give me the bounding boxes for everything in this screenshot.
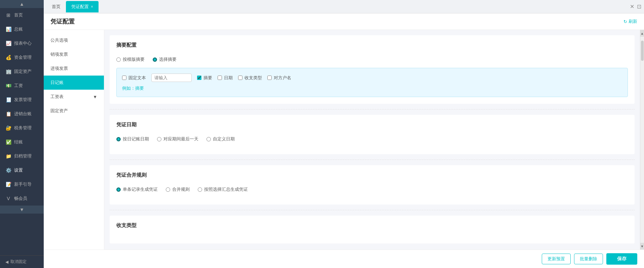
nav-item-payroll[interactable]: 工资表 ▼ bbox=[44, 90, 104, 104]
radio-select-merge-input[interactable] bbox=[198, 187, 202, 192]
salary-icon: 💵 bbox=[5, 83, 11, 88]
radio-single-record[interactable]: 单条记录生成凭证 bbox=[116, 186, 158, 192]
voucher-date-section: 凭证日期 按日记账日期 对应期间最后一天 自定义日期 bbox=[110, 115, 635, 154]
checkbox-payment-type-label[interactable]: 收支类型 bbox=[238, 75, 262, 81]
restore-window-button[interactable]: ⊡ bbox=[637, 3, 641, 10]
sidebar-item-sales[interactable]: 📋 进销台账 bbox=[0, 107, 44, 121]
close-window-button[interactable]: ✕ bbox=[630, 3, 634, 10]
sidebar-item-archive[interactable]: 📁 归档管理 bbox=[0, 149, 44, 163]
radio-journal-date[interactable]: 按日记账日期 bbox=[116, 136, 149, 142]
sidebar-item-invoice[interactable]: 🧾 发票管理 bbox=[0, 93, 44, 107]
tab-voucher-config[interactable]: 凭证配置 × bbox=[66, 1, 99, 12]
sidebar-item-home[interactable]: ⊞ 首页 bbox=[0, 8, 44, 22]
radio-single-record-input[interactable] bbox=[116, 187, 121, 192]
radio-merge-rule[interactable]: 合并规则 bbox=[166, 186, 190, 192]
nav-item-journal[interactable]: 日记账 bbox=[44, 76, 104, 90]
scroll-thumb[interactable] bbox=[641, 41, 644, 61]
checkbox-payment-type[interactable] bbox=[238, 76, 242, 80]
main-area: 首页 凭证配置 × ✕ ⊡ 凭证配置 ↻ 刷新 公共选项 bbox=[44, 0, 644, 268]
radio-select-merge[interactable]: 按照选择汇总生成凭证 bbox=[198, 186, 248, 192]
sidebar-unpin-button[interactable]: ◀ 取消固定 bbox=[0, 255, 44, 268]
batch-delete-button[interactable]: 批量删除 bbox=[574, 254, 603, 264]
radio-journal-date-input[interactable] bbox=[116, 137, 121, 141]
settle-icon: ✅ bbox=[5, 139, 11, 145]
summary-section-title: 摘要配置 bbox=[116, 42, 628, 51]
checkbox-fixed-text-label[interactable]: 固定文本 bbox=[122, 75, 146, 81]
sidebar: ▲ ⊞ 首页 📊 总账 📈 报表中心 💰 资金管理 🏢 固定资产 💵 工资 🧾 … bbox=[0, 0, 44, 268]
radio-merge-rule-input[interactable] bbox=[166, 187, 170, 192]
sidebar-item-salary[interactable]: 💵 工资 bbox=[0, 79, 44, 93]
right-content: 摘要配置 按模版摘要 选择摘要 bbox=[104, 30, 640, 250]
window-controls: ✕ ⊡ bbox=[630, 3, 641, 10]
save-button[interactable]: 保存 bbox=[606, 253, 637, 265]
scroll-track bbox=[640, 37, 644, 243]
home-icon: ⊞ bbox=[5, 12, 11, 18]
summary-radio-group: 按模版摘要 选择摘要 bbox=[116, 56, 628, 62]
tax-icon: 🔐 bbox=[5, 125, 11, 131]
checkbox-summary[interactable] bbox=[197, 76, 201, 80]
page-title: 凭证配置 bbox=[50, 17, 75, 26]
chevron-down-icon: ▼ bbox=[93, 94, 97, 99]
voucher-date-title: 凭证日期 bbox=[116, 122, 628, 131]
member-icon: V bbox=[5, 196, 11, 201]
sidebar-item-ledger[interactable]: 📊 总账 bbox=[0, 22, 44, 36]
tab-bar: 首页 凭证配置 × ✕ ⊡ bbox=[44, 0, 644, 13]
page-content: 凭证配置 ↻ 刷新 公共选项 销项发票 进项发票 日记账 bbox=[44, 13, 644, 268]
sidebar-item-settings[interactable]: ⚙️ 设置 bbox=[0, 163, 44, 177]
merge-rules-title: 凭证合并规则 bbox=[116, 172, 628, 181]
sidebar-item-tax[interactable]: 🔐 税务管理 bbox=[0, 121, 44, 135]
radio-select-summary[interactable]: 选择摘要 bbox=[153, 56, 177, 62]
sidebar-scroll-down[interactable]: ▼ bbox=[0, 206, 44, 214]
radio-template-summary-input[interactable] bbox=[116, 57, 121, 62]
divider-1 bbox=[110, 109, 635, 109]
scroll-up-button[interactable]: ▲ bbox=[640, 30, 644, 37]
checkbox-counterparty[interactable] bbox=[267, 76, 272, 80]
ledger-icon: 📊 bbox=[5, 27, 11, 32]
page-header: 凭证配置 ↻ 刷新 bbox=[44, 13, 644, 30]
refresh-icon: ↻ bbox=[623, 19, 627, 24]
checkbox-date[interactable] bbox=[218, 76, 222, 80]
merge-rules-section: 凭证合并规则 单条记录生成凭证 合并规则 按照选择汇总生成凭证 bbox=[110, 165, 635, 205]
divider-2 bbox=[110, 160, 635, 160]
checkbox-date-label[interactable]: 日期 bbox=[218, 75, 233, 81]
summary-config-box: 固定文本 摘要 日期 bbox=[116, 68, 628, 97]
sidebar-item-guide[interactable]: 📝 新手引导 bbox=[0, 177, 44, 191]
checkbox-counterparty-label[interactable]: 对方户名 bbox=[267, 75, 291, 81]
assets-icon: 🏢 bbox=[5, 69, 11, 74]
sidebar-item-settle[interactable]: ✅ 结账 bbox=[0, 135, 44, 149]
summary-example: 例如：摘要 bbox=[122, 85, 622, 91]
nav-item-fixed-assets[interactable]: 固定资产 bbox=[44, 104, 104, 118]
radio-last-day-input[interactable] bbox=[157, 137, 161, 141]
summary-config-section: 摘要配置 按模版摘要 选择摘要 bbox=[110, 35, 635, 104]
update-preview-button[interactable]: 更新预置 bbox=[542, 254, 571, 264]
radio-last-day[interactable]: 对应期间最后一天 bbox=[157, 136, 198, 142]
sidebar-item-member[interactable]: V 畅会员 bbox=[0, 191, 44, 206]
nav-item-input-invoice[interactable]: 进项发票 bbox=[44, 61, 104, 76]
sidebar-scroll-up[interactable]: ▲ bbox=[0, 0, 44, 8]
pin-icon: ◀ bbox=[5, 260, 8, 264]
refresh-button[interactable]: ↻ 刷新 bbox=[623, 18, 637, 25]
summary-options-row: 固定文本 摘要 日期 bbox=[122, 74, 622, 82]
income-type-section: 收支类型 bbox=[110, 216, 635, 243]
tab-close-button[interactable]: × bbox=[91, 4, 93, 9]
report-icon: 📈 bbox=[5, 41, 11, 46]
sidebar-item-fund[interactable]: 💰 资金管理 bbox=[0, 50, 44, 64]
settings-icon: ⚙️ bbox=[5, 168, 11, 173]
radio-select-summary-input[interactable] bbox=[153, 57, 157, 62]
checkbox-fixed-text[interactable] bbox=[122, 76, 126, 80]
content-layout: 公共选项 销项发票 进项发票 日记账 工资表 ▼ 固定资产 bbox=[44, 30, 644, 250]
scroll-down-button[interactable]: ▼ bbox=[640, 243, 644, 250]
radio-template-summary[interactable]: 按模版摘要 bbox=[116, 56, 145, 62]
checkbox-summary-label[interactable]: 摘要 bbox=[197, 75, 212, 81]
left-nav: 公共选项 销项发票 进项发票 日记账 工资表 ▼ 固定资产 bbox=[44, 30, 104, 250]
radio-custom-date[interactable]: 自定义日期 bbox=[206, 136, 235, 142]
radio-custom-date-input[interactable] bbox=[206, 137, 211, 141]
tab-home[interactable]: 首页 bbox=[46, 1, 66, 12]
nav-item-public[interactable]: 公共选项 bbox=[44, 33, 104, 47]
sales-icon: 📋 bbox=[5, 111, 11, 117]
fixed-text-input[interactable] bbox=[151, 74, 192, 82]
nav-item-sales-invoice[interactable]: 销项发票 bbox=[44, 47, 104, 61]
sidebar-item-assets[interactable]: 🏢 固定资产 bbox=[0, 64, 44, 79]
bottom-action-bar: 更新预置 批量删除 保存 bbox=[44, 250, 644, 268]
sidebar-item-report[interactable]: 📈 报表中心 bbox=[0, 36, 44, 50]
